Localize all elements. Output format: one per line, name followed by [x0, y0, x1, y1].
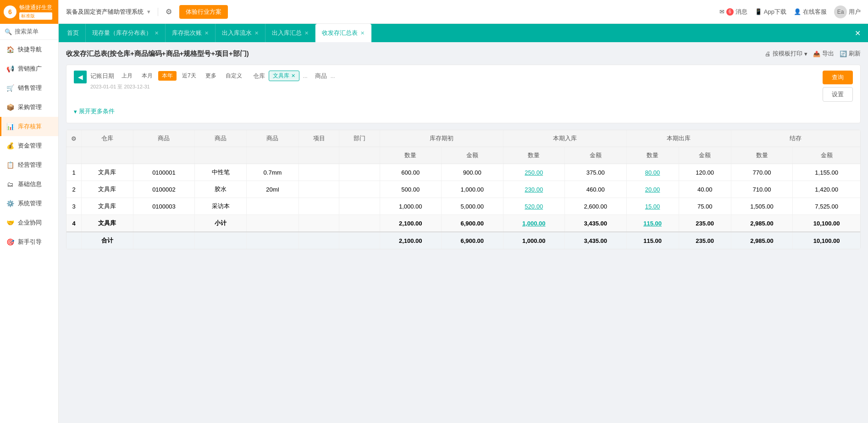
- sidebar-search[interactable]: 🔍 搜索菜单: [0, 24, 58, 40]
- warehouse-filter-label: 仓库: [253, 72, 265, 80]
- tab-inventory-dist[interactable]: 现存量（库存分布表） ✕: [86, 24, 166, 42]
- row-spec: 20ml: [246, 181, 299, 198]
- row-in-amt: 2,600.00: [565, 198, 627, 215]
- col-code: 商品: [133, 130, 195, 147]
- row-out-qty[interactable]: 80.00: [626, 164, 679, 181]
- export-button[interactable]: 📤 导出: [813, 49, 834, 58]
- tab-batch-account[interactable]: 库存批次账 ✕: [166, 24, 216, 42]
- date-btn-more[interactable]: 更多: [202, 71, 220, 81]
- tab-close-icon[interactable]: ✕: [155, 30, 159, 36]
- row-in-qty[interactable]: 520.00: [503, 198, 565, 215]
- date-shortcuts: 上月 本月 本年 近7天 更多 自定义: [118, 71, 246, 81]
- sidebar-item-purchase[interactable]: 📦 采购管理: [0, 98, 58, 117]
- row-no: 4: [66, 215, 82, 232]
- goods-more-button[interactable]: ...: [331, 73, 335, 79]
- sidebar-item-enterprise[interactable]: 🤝 企业协同: [0, 213, 58, 232]
- export-label: 导出: [822, 49, 834, 58]
- sidebar-item-marketing[interactable]: 📢 营销推广: [0, 59, 58, 78]
- query-button[interactable]: 查询: [823, 71, 853, 84]
- avatar: Ea: [834, 5, 847, 18]
- print-button[interactable]: 🖨 按模板打印 ▾: [765, 49, 807, 58]
- row-no: 3: [66, 198, 82, 215]
- sidebar: 6 畅捷通好生意 标准版 🔍 搜索菜单 🏠 快捷导航 📢 营销推广 🛒 销售管理…: [0, 0, 59, 423]
- row-dept: [339, 181, 380, 198]
- sidebar-item-inventory[interactable]: 📊 库存核算: [0, 117, 58, 136]
- tab-recv-send-summary[interactable]: 收发存汇总表 ✕: [315, 24, 371, 42]
- sidebar-item-guide[interactable]: 🎯 新手引导: [0, 232, 58, 252]
- expand-label: 展开更多条件: [79, 107, 115, 115]
- app-download-button[interactable]: 📱 App下载: [755, 8, 786, 16]
- sub-out-amt: 金额: [679, 147, 731, 164]
- data-table: ⚙ 仓库 商品 商品 商品 项目 部门 库存期初 本期入库 本期出库 结存: [66, 130, 860, 249]
- warehouse-tag-close-button[interactable]: ✕: [291, 73, 295, 79]
- sidebar-item-assets[interactable]: 💰 资金管理: [0, 136, 58, 155]
- online-service-button[interactable]: 👤 在线客服: [794, 8, 827, 16]
- tab-inout-summary[interactable]: 出入库汇总 ✕: [265, 24, 315, 42]
- sidebar-item-system[interactable]: ⚙️ 系统管理: [0, 194, 58, 213]
- tab-home-label: 首页: [67, 29, 79, 37]
- row-in-qty[interactable]: 230.00: [503, 181, 565, 198]
- footer-empty6: [339, 232, 380, 249]
- export-icon: 📤: [813, 50, 820, 57]
- row-init-amt: 1,000.00: [442, 181, 503, 198]
- date-range-display: 2023-01-01 至 2023-12-31: [90, 84, 150, 89]
- row-out-amt: 235.00: [679, 215, 731, 232]
- user-button[interactable]: Ea 用户: [834, 5, 861, 18]
- settings-gear-icon[interactable]: ⚙: [166, 7, 172, 16]
- row-dept: [339, 198, 380, 215]
- row-out-qty[interactable]: 15.00: [626, 198, 679, 215]
- tab-close-icon[interactable]: ✕: [254, 30, 259, 36]
- expand-filter-button[interactable]: ▾ 展开更多条件: [74, 105, 853, 117]
- online-service-label: 在线客服: [803, 8, 827, 16]
- sidebar-item-quick-nav[interactable]: 🏠 快捷导航: [0, 40, 58, 59]
- warehouse-more-button[interactable]: ...: [303, 73, 308, 79]
- filter-panel: ◀ 记账日期 上月 本月 本年 近7天 更多 自定义: [66, 65, 861, 123]
- row-in-qty[interactable]: 1,000.00: [503, 215, 565, 232]
- date-btn-last-month[interactable]: 上月: [118, 71, 136, 81]
- row-project: [299, 215, 339, 232]
- messages-button[interactable]: ✉ 6 消息: [719, 8, 747, 16]
- tab-close-icon[interactable]: ✕: [360, 30, 365, 36]
- tab-inout-flow[interactable]: 出入库流水 ✕: [216, 24, 265, 42]
- row-out-qty[interactable]: 115.00: [626, 215, 679, 232]
- sidebar-item-operations[interactable]: 📋 经营管理: [0, 155, 58, 175]
- date-btn-7days[interactable]: 近7天: [178, 71, 200, 81]
- refresh-button[interactable]: 🔄 刷新: [840, 49, 861, 58]
- tab-home[interactable]: 首页: [61, 24, 86, 42]
- table-settings-button[interactable]: 设置: [823, 87, 853, 102]
- row-init-qty: 2,100.00: [380, 215, 442, 232]
- row-out-qty[interactable]: 20.00: [626, 181, 679, 198]
- user-label: 用户: [849, 8, 861, 16]
- date-btn-this-year[interactable]: 本年: [158, 71, 177, 81]
- sub-empty7: [339, 147, 380, 164]
- guide-icon: 🎯: [6, 238, 14, 246]
- date-btn-custom[interactable]: 自定义: [222, 71, 246, 81]
- footer-in-qty: 1,000.00: [503, 232, 565, 249]
- trial-button[interactable]: 体验行业方案: [179, 5, 228, 19]
- table-settings-col[interactable]: ⚙: [66, 130, 82, 147]
- sidebar-item-basic-info[interactable]: 🗂 基础信息: [0, 175, 58, 194]
- chevron-down-icon: ▾: [804, 50, 807, 57]
- purchase-icon: 📦: [6, 103, 14, 111]
- data-table-wrapper: ⚙ 仓库 商品 商品 商品 项目 部门 库存期初 本期入库 本期出库 结存: [66, 130, 861, 249]
- row-code: 0100001: [133, 164, 195, 181]
- tab-window-close-button[interactable]: ✕: [849, 29, 866, 38]
- tab-close-icon[interactable]: ✕: [304, 30, 309, 36]
- row-goods: 中性笔: [195, 164, 247, 181]
- sidebar-item-label: 库存核算: [18, 122, 42, 131]
- sidebar-item-label: 企业协同: [18, 219, 42, 227]
- row-init-qty: 1,000.00: [380, 198, 442, 215]
- row-out-amt: 40.00: [679, 181, 731, 198]
- assets-icon: 💰: [6, 142, 14, 150]
- sidebar-item-sales[interactable]: 🛒 销售管理: [0, 78, 58, 98]
- row-in-qty[interactable]: 250.00: [503, 164, 565, 181]
- search-icon: 🔍: [5, 28, 12, 35]
- collapse-arrow-button[interactable]: ◀: [74, 71, 87, 83]
- tab-close-icon[interactable]: ✕: [205, 30, 209, 36]
- row-warehouse: 文具库: [82, 181, 133, 198]
- expand-icon: ▾: [74, 108, 77, 115]
- row-code: [133, 215, 195, 232]
- date-btn-this-month[interactable]: 本月: [138, 71, 156, 81]
- footer-empty3: [195, 232, 247, 249]
- tab-label: 收发存汇总表: [322, 29, 358, 37]
